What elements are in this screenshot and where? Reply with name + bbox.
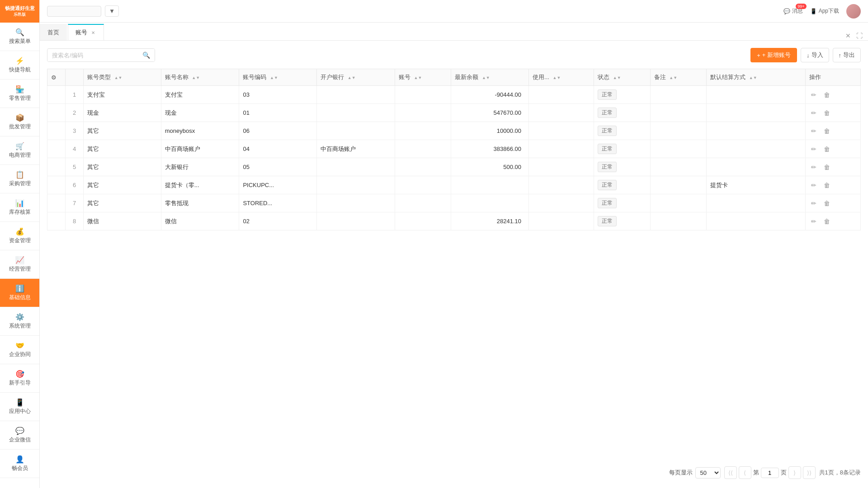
sidebar-item-inventory[interactable]: 📊 库存核算 [0, 193, 39, 222]
sidebar-item-operations[interactable]: 📈 经营管理 [0, 250, 39, 279]
sidebar-item-finance[interactable]: 💰 资金管理 [0, 222, 39, 250]
status-badge: 正常 [598, 162, 617, 172]
delete-button[interactable]: 🗑 [822, 217, 832, 226]
last-page-button[interactable]: ⟩⟩ [803, 466, 816, 479]
cell-num: 6 [66, 176, 84, 194]
sidebar-item-wholesale[interactable]: 📦 批发管理 [0, 108, 39, 136]
purchase-icon: 📋 [2, 170, 37, 179]
tab-minimize-icon[interactable]: ✕ [844, 31, 853, 40]
table-row: 5 其它 大新银行 05 500.00 正常 ✏ 🗑 [47, 158, 861, 176]
cell-name: 中百商场账户 [161, 140, 239, 158]
cell-note [650, 86, 706, 104]
search-submit-button[interactable]: 🔍 [138, 49, 155, 61]
tab-account[interactable]: 账号 ✕ [68, 24, 104, 40]
export-button[interactable]: ↑ 导出 [833, 48, 861, 62]
cell-bank [317, 104, 395, 122]
next-page-button[interactable]: ⟩ [788, 466, 801, 479]
cell-name: 提货卡（零... [161, 176, 239, 194]
page-size-select[interactable]: 50 20 100 [695, 467, 721, 479]
th-status[interactable]: 状态 ▲▼ [594, 69, 650, 86]
user-avatar[interactable] [846, 4, 861, 19]
th-note[interactable]: 备注 ▲▼ [650, 69, 706, 86]
page-number-input[interactable] [761, 468, 779, 478]
sidebar-item-ecommerce[interactable]: 🛒 电商管理 [0, 136, 39, 165]
delete-button[interactable]: 🗑 [822, 90, 832, 99]
table-row: 3 其它 moneybosx 06 10000.00 正常 ✏ 🗑 [47, 122, 861, 140]
sidebar-item-member[interactable]: 👤 畅会员 [0, 450, 39, 478]
page-label: 第 [753, 469, 759, 477]
member-icon: 👤 [2, 455, 37, 464]
cell-balance [451, 194, 529, 212]
first-page-button[interactable]: ⟨⟨ [724, 466, 737, 479]
th-usage[interactable]: 使用... ▲▼ [529, 69, 594, 86]
edit-button[interactable]: ✏ [809, 90, 818, 99]
delete-button[interactable]: 🗑 [822, 163, 832, 172]
sidebar-item-retail[interactable]: 🏪 零售管理 [0, 80, 39, 108]
edit-button[interactable]: ✏ [809, 217, 818, 226]
tab-home-label: 首页 [47, 28, 59, 37]
sidebar: 畅捷通好生意 乐邑版 🔍 搜索菜单 ⚡ 快捷导航 🏪 零售管理 📦 批发管理 🛒… [0, 0, 40, 488]
ecommerce-icon: 🛒 [2, 142, 37, 150]
cell-note [650, 140, 706, 158]
sidebar-item-search[interactable]: 🔍 搜索菜单 [0, 23, 39, 51]
edit-button[interactable]: ✏ [809, 108, 818, 117]
status-badge: 正常 [598, 108, 617, 118]
th-default-settle[interactable]: 默认结算方式 ▲▼ [707, 69, 806, 86]
messages-badge: 99+ [796, 4, 806, 9]
cell-code: STORED... [239, 194, 317, 212]
cell-code: 01 [239, 104, 317, 122]
dropdown-button[interactable]: ▼ [105, 5, 119, 17]
cell-num: 4 [66, 140, 84, 158]
cell-balance [451, 176, 529, 194]
cell-status: 正常 [594, 86, 650, 104]
cell-usage [529, 104, 594, 122]
th-name[interactable]: 账号名称 ▲▼ [161, 69, 239, 86]
content-area: 🔍 + + 新增账号 ↓ 导入 ↑ 导出 [40, 41, 868, 488]
sidebar-item-wechat[interactable]: 💬 企业微信 [0, 421, 39, 450]
sidebar-item-purchase[interactable]: 📋 采购管理 [0, 165, 39, 193]
account-search-input[interactable] [47, 49, 138, 61]
delete-button[interactable]: 🗑 [822, 108, 832, 117]
th-code[interactable]: 账号编码 ▲▼ [239, 69, 317, 86]
cell-code: 04 [239, 140, 317, 158]
edit-button[interactable]: ✏ [809, 163, 818, 172]
th-settings[interactable]: ⚙ [47, 69, 66, 86]
sidebar-item-guide[interactable]: 🎯 新手引导 [0, 364, 39, 393]
th-type[interactable]: 账号类型 ▲▼ [84, 69, 161, 86]
inventory-icon: 📊 [2, 199, 37, 207]
add-account-button[interactable]: + + 新增账号 [750, 48, 797, 62]
import-button[interactable]: ↓ 导入 [801, 48, 829, 62]
app-logo: 畅捷通好生意 乐邑版 [0, 0, 39, 23]
th-account[interactable]: 账号 ▲▼ [395, 69, 451, 86]
tab-maximize-icon[interactable]: ⛶ [854, 31, 864, 40]
sidebar-item-basic-info[interactable]: ℹ️ 基础信息 [0, 279, 39, 307]
edit-button[interactable]: ✏ [809, 127, 818, 136]
app-download-button[interactable]: 📱 App下载 [810, 7, 839, 15]
delete-button[interactable]: 🗑 [822, 199, 832, 208]
sidebar-item-shortcuts[interactable]: ⚡ 快捷导航 [0, 51, 39, 80]
th-balance[interactable]: 最新余额 ▲▼ [451, 69, 529, 86]
cell-balance: -90444.00 [451, 86, 529, 104]
edit-button[interactable]: ✏ [809, 181, 818, 190]
messages-button[interactable]: 💬 消息 99+ [783, 7, 803, 15]
delete-button[interactable]: 🗑 [822, 127, 832, 136]
shortcuts-icon: ⚡ [2, 56, 37, 65]
sidebar-item-app-center[interactable]: 📱 应用中心 [0, 393, 39, 421]
delete-button[interactable]: 🗑 [822, 181, 832, 190]
cell-bank: 中百商场账户 [317, 140, 395, 158]
edit-button[interactable]: ✏ [809, 199, 818, 208]
sidebar-item-system[interactable]: ⚙️ 系统管理 [0, 307, 39, 336]
prev-page-button[interactable]: ⟨ [739, 466, 751, 479]
cell-note [650, 122, 706, 140]
tab-close-icon[interactable]: ✕ [90, 30, 96, 36]
cell-bank [317, 158, 395, 176]
cell-gear [47, 140, 66, 158]
th-bank[interactable]: 开户银行 ▲▼ [317, 69, 395, 86]
guide-icon: 🎯 [2, 370, 37, 378]
sidebar-item-cooperation[interactable]: 🤝 企业协同 [0, 336, 39, 364]
edit-button[interactable]: ✏ [809, 145, 818, 154]
tab-home[interactable]: 首页 [40, 24, 67, 40]
delete-button[interactable]: 🗑 [822, 145, 832, 154]
global-search-input[interactable] [47, 6, 101, 17]
cell-num: 8 [66, 212, 84, 230]
